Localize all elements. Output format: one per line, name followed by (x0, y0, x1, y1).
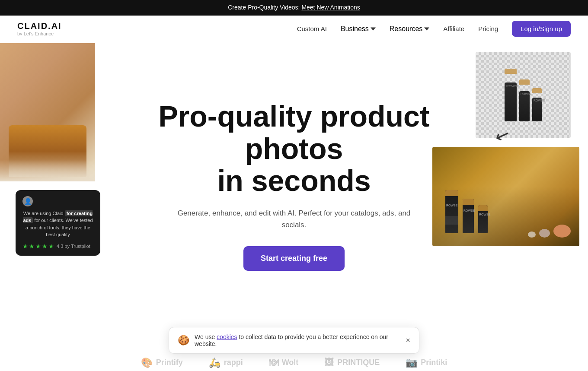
brand-printique: 🖼 PRINTIQUE (324, 357, 380, 368)
trustpilot-label: 4.3 by Trustpilot (57, 244, 90, 249)
brand-wolt: 🍽 Wolt (269, 357, 299, 368)
bottle-group-2: ROWSE (519, 79, 530, 121)
wolt-icon: 🍽 (269, 357, 278, 368)
hero-title: Pro-quality product photos in seconds (130, 100, 458, 197)
reviewer-avatar: 👤 (22, 196, 33, 206)
brand-printify: 🎨 Printify (141, 357, 183, 368)
stones-decoration (528, 225, 571, 238)
wolt-label: Wolt (282, 358, 299, 367)
review-text: We are using Claid for creating ads for … (22, 210, 93, 238)
logo-tagline: by Let's Enhance (17, 31, 62, 37)
brand-rappi: 🛵 rappi (209, 357, 243, 368)
logo[interactable]: CLAID.AI by Let's Enhance (17, 21, 62, 37)
nav-link-affiliate[interactable]: Affiliate (443, 25, 464, 32)
rappi-icon: 🛵 (209, 357, 220, 368)
hero-section: 👤 We are using Claid for creating ads fo… (0, 43, 588, 320)
nav-link-pricing[interactable]: Pricing (478, 25, 498, 32)
review-stars: ★ ★ ★ ★ ★ 4.3 by Trustpilot (22, 243, 93, 250)
bottle-short: ROWSE (532, 98, 542, 121)
platform-name: Trustpilot (71, 244, 90, 249)
nav-item-custom-ai[interactable]: Custom AI (297, 25, 327, 33)
bottle-med: ROWSE (519, 91, 530, 121)
star-2: ★ (29, 243, 35, 250)
review-card: 👤 We are using Claid for creating ads fo… (16, 190, 100, 256)
sofa-image (0, 43, 95, 181)
star-3: ★ (35, 243, 41, 250)
printique-icon: 🖼 (324, 357, 334, 368)
nav-item-affiliate[interactable]: Affiliate (443, 25, 464, 33)
cookie-link[interactable]: cookies (217, 333, 237, 340)
hero-subtitle: Generate, enhance, and edit with AI. Per… (173, 207, 415, 231)
nav-link-business[interactable]: Business (341, 25, 376, 33)
bottle-group-3: ROWSE (532, 88, 542, 121)
cookie-text: We use cookies to collect data to provid… (195, 333, 397, 347)
star-4: ★ (42, 243, 48, 250)
cta-button[interactable]: Start creating free (243, 246, 345, 271)
nav-link-custom-ai[interactable]: Custom AI (297, 25, 327, 32)
perfume-bottles-top: ROWSE ROWSE ROWSE (500, 64, 546, 126)
bottle-group-1: ROWSE (505, 69, 517, 121)
star-1: ★ (22, 243, 28, 250)
nav-link-resources[interactable]: Resources (390, 25, 429, 33)
printify-icon: 🎨 (141, 357, 153, 368)
banner-link[interactable]: Meet New Animations (301, 4, 360, 11)
top-banner: Create Pro-Quality Videos: Meet New Anim… (0, 0, 588, 16)
nav-item-login[interactable]: Log in/Sign up (512, 25, 571, 33)
bottle-bottom-3: ROWSE (478, 205, 488, 233)
stone-small (528, 231, 536, 238)
nav-item-resources[interactable]: Resources (390, 25, 429, 33)
printiki-label: Printiki (421, 358, 447, 367)
stone-medium (539, 229, 550, 238)
bottle-tall: ROWSE (505, 82, 517, 121)
brand-printiki: 📷 Printiki (406, 357, 447, 368)
printify-label: Printify (156, 358, 183, 367)
star-5: ★ (48, 243, 54, 250)
bottle-bottom-2: ROWSE (463, 199, 474, 233)
stone-large (553, 225, 571, 238)
rappi-label: rappi (224, 358, 243, 367)
banner-text: Create Pro-Quality Videos: (228, 4, 301, 11)
rating-label: 4.3 by (57, 244, 70, 249)
nav-item-pricing[interactable]: Pricing (478, 25, 498, 33)
navbar: CLAID.AI by Let's Enhance Custom AI Busi… (0, 16, 588, 43)
cookie-icon: 🍪 (178, 335, 189, 346)
nav-item-business[interactable]: Business (341, 25, 376, 33)
cookie-close-button[interactable]: × (406, 336, 410, 345)
login-button[interactable]: Log in/Sign up (512, 21, 571, 37)
nav-links: Custom AI Business Resources Affiliate P… (297, 25, 571, 33)
printique-label: PRINTIQUE (337, 358, 380, 367)
printiki-icon: 📷 (406, 357, 417, 368)
logo-text: CLAID.AI (17, 21, 62, 31)
star-icons: ★ ★ ★ ★ ★ (22, 243, 54, 250)
perfume-top-image: ROWSE ROWSE ROWSE (476, 52, 571, 138)
cookie-banner: 🍪 We use cookies to collect data to prov… (169, 327, 419, 354)
